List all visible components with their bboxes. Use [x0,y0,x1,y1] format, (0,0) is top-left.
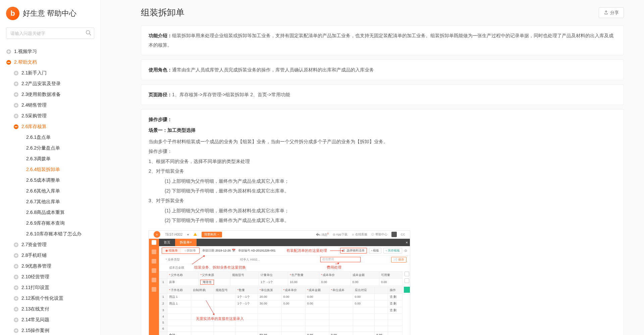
steps-sub: 操作步骤： [149,147,616,156]
step3: 3、对于拆装业务 [149,196,616,206]
nav-2-3[interactable]: 2.3使用前数据准备 [6,89,94,100]
nav-label: 2.10经营管理 [21,274,49,280]
ss-cost-total: 成本总金额 [169,266,184,270]
steps-card: 操作步骤： 场景一：加工类型选择 当由多个子件材料组装成一个成品的业务为【组装】… [141,109,624,335]
parent-table: 父件名称父件来源规格型号计量单位生产数量成本单价成本金额可用量 1床单海沧仓1个… [159,272,402,286]
nav-2-6-6[interactable]: 2.6.6其他入库单 [6,186,94,197]
nav-label: 2.15操作案例 [21,328,49,334]
share-label: 分享 [610,10,619,16]
path-card: 页面路径：1、库存核算->库存管理->组装拆卸单 2、首页->常用功能 [141,84,624,105]
step3-1: (1) 上部明细为父件明细，最终作为原材料生成其它出库单； [149,206,616,216]
close-icon: × [406,240,408,244]
nav-2-9[interactable]: 2.9优惠券管理 [6,261,94,272]
nav-2-7[interactable]: 2.7资金管理 [6,239,94,250]
share-button[interactable]: 分享 [599,7,624,18]
search-input[interactable] [6,27,94,39]
logo: b 好生意 帮助中心 [6,7,94,20]
nav-icon [152,259,156,264]
scene1-desc: 当由多个子件材料组装成一个成品的业务为【组装】业务，当由一个父件拆分成多个子产品… [149,137,616,147]
nav-2-1[interactable]: 2.1新手入门 [6,68,94,78]
ss-no: 单据编号 AD-20191226-001 [238,248,276,253]
plus-icon [13,296,19,301]
nav-2-6-7[interactable]: 2.6.7其他出库单 [6,197,94,207]
step2-2: (2) 下部明细为子件明细，最终作为原材料生成其它出库单。 [149,186,616,196]
ss-app: ◎ App下载 [333,232,347,237]
nav-label: 2.帮助文档 [14,59,37,65]
nav-docs[interactable]: 2.帮助文档 [6,57,94,68]
nav-2-6-5[interactable]: 2.6.5成本调整单 [6,175,94,186]
annotation-fee: 费用处理 [327,265,341,270]
step2-1: (1) 上部明细为父件明细，最终作为产成品生成其它入库单； [149,176,616,186]
nav-2-14[interactable]: 2.14常见问题 [6,315,94,325]
nav-2-11[interactable]: 2.11打印设置 [6,282,94,293]
plus-icon [13,253,19,258]
intro-text: 组装拆卸单用来处理企业组装或拆卸等加工业务，支持有固定装配清单的产品加工业务，也… [149,33,613,48]
ss-topbar: b TEST-H002 ▾ 我要购买→ �s 消息0 ◎ App下载 ☺ 在线客… [149,231,410,239]
nav-video[interactable]: 1.视频学习 [6,46,94,57]
page-title: 组装拆卸单 [141,7,184,18]
search-icon[interactable] [86,30,92,36]
plus-icon [13,70,19,76]
main-content: 组装拆卸单 分享 功能介绍：组装拆卸单用来处理企业组装或拆卸等加工业务，支持有固… [101,0,644,335]
nav-2-6-10[interactable]: 2.6.10库存账本错了怎么办 [6,229,94,239]
nav-2-5[interactable]: 2.5采购管理 [6,111,94,121]
nav-label: 2.1新手入门 [21,70,47,76]
nav-label: 2.14常见问题 [21,317,49,323]
nav-2-4[interactable]: 2.4销售管理 [6,100,94,111]
path-label: 页面路径： [149,92,172,97]
nav-2-13[interactable]: 2.13在线支付 [6,304,94,315]
ss-row2: * 业务类型 经手人 H002... 请填费用 📄 保存 [159,256,410,264]
ss-date: 单据日期 2019-12-26 📅 [202,248,235,253]
nav-2-6[interactable]: 2.6库存核算 [6,121,94,132]
nav-2-6-3[interactable]: 2.6.3调拨单 [6,154,94,164]
avatar-icon [391,232,397,237]
step3-2: (2) 下部明细为子件明细，最终作为产成品生成其它入库单。 [149,216,616,225]
nav-2-2[interactable]: 2.2产品安装及登录 [6,78,94,89]
plus-icon [13,328,19,333]
plus-icon [13,103,19,108]
ss-fee-input: 请填费用 [320,257,361,262]
ss-biztype: * 业务类型 [166,258,180,262]
nav-label: 2.2产品安装及登录 [21,81,61,87]
plus-icon [6,49,11,54]
plus-icon [13,92,19,97]
nav-2-6-2[interactable]: 2.6.2分量盘点单 [6,143,94,154]
nav-label: 2.12系统个性化设置 [21,295,63,301]
child-table: 子件名称自制/外购规格型号数量单位换算成本单价成本金额单位成本应出对应 操作 1… [159,287,402,335]
role-text: 通常由生产人员或库管人员完成拆装业务的操作，库管人员确认原材料的出库和产成品的入… [172,67,374,72]
nav-label: 2.6库存核算 [21,124,47,130]
gear-icon: ⚙ [404,249,407,253]
plus-icon [13,317,19,323]
ss-help: ◎ 帮助中心 [371,232,387,237]
ss-buy-button: 我要购买→ [202,232,222,237]
annotation-1: 有装配清单的在这里处理 [286,248,327,253]
nav-icon [152,287,156,292]
ss-row3: 成本总金额 组装业务、拆卸业务在这里切换 费用处理 [159,264,410,272]
annotation-empty: 无需实清单的直接在这里录入 [196,316,244,321]
ss-radio-off: ○ 拆卸单 [181,248,199,254]
nav-2-8[interactable]: 2.8手机旺铺 [6,250,94,261]
step1: 1、根据不同的业务，选择不同单据的类型来处理 [149,157,616,166]
nav-2-10[interactable]: 2.10经营管理 [6,272,94,282]
ss-company: TEST-H002 [165,233,182,236]
home-icon [152,240,156,245]
tool-icon [405,272,409,276]
nav-icon [152,278,156,282]
nav-2-15[interactable]: 2.15操作案例 [6,325,94,335]
minus-icon [13,124,19,129]
nav-label: 1.视频学习 [14,49,37,55]
plus-icon [13,264,19,269]
ss-type-toggle: ◉ 组装单 ○ 拆卸单 [162,247,200,254]
nav-2-6-1[interactable]: 2.6.1盘点单 [6,132,94,143]
warning-icon [194,233,197,236]
nav-2-6-9[interactable]: 2.6.9库存账本查询 [6,218,94,229]
nav-2-6-4[interactable]: 2.6.4组装拆卸单 [6,164,94,175]
nav-icon [152,249,156,254]
app-screenshot: b TEST-H002 ▾ 我要购买→ �s 消息0 ◎ App下载 ☺ 在线客… [149,230,410,335]
nav-label: 2.5采购管理 [21,113,47,119]
logo-text: 好生意 帮助中心 [23,8,76,18]
ss-onboard: ☺ 在线客服 [352,232,368,237]
nav-2-6-8[interactable]: 2.6.8商品成本重算 [6,207,94,218]
nav-2-12[interactable]: 2.12系统个性化设置 [6,293,94,304]
ss-dropdown-icon: ▾ [187,233,189,236]
